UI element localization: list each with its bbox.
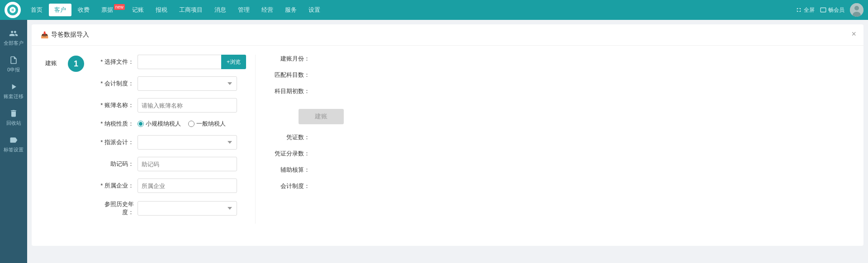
logo[interactable]	[5, 2, 21, 18]
file-input-wrapper: +浏览	[138, 55, 237, 69]
tax-radio-general[interactable]	[188, 121, 194, 127]
match-row: 匹配科目数：	[269, 71, 373, 79]
history-row: 参照历史年度：	[98, 200, 237, 216]
accountant-select[interactable]	[138, 135, 237, 150]
nav-item-operations[interactable]: 经营	[256, 4, 279, 16]
accountant-label: * 指派会计：	[98, 138, 134, 146]
history-select[interactable]	[138, 201, 237, 216]
history-label: 参照历史年度：	[98, 200, 134, 216]
month-label: 建账月份：	[269, 55, 310, 63]
import-icon: 📥	[41, 31, 48, 38]
nav-item-home[interactable]: 首页	[25, 4, 48, 16]
accounting-select[interactable]	[138, 76, 237, 91]
step-label: 建账	[45, 59, 57, 67]
nav-item-settings[interactable]: 设置	[303, 4, 326, 16]
svg-point-1	[854, 6, 859, 10]
period-row: 科目期初数：	[269, 87, 373, 95]
panel: 📥 导爸数据导入 × 建账 1	[32, 24, 863, 246]
sidebar-item-account-migration[interactable]: 账套迁移	[0, 78, 27, 104]
sidebar-label-recycle-bin: 回收站	[6, 120, 21, 127]
member-button[interactable]: 畅会员	[820, 6, 844, 14]
sidebar-label-declaration: 0申报	[7, 66, 20, 73]
nav-item-billing[interactable]: 收费	[72, 4, 95, 16]
sidebar-label-account-migration: 账套迁移	[4, 93, 24, 100]
sidebar-label-label-settings: 标签设置	[4, 146, 24, 153]
nav-right: 全屏 畅会员	[796, 3, 863, 17]
ledger-name-label: * 账簿名称：	[98, 101, 134, 109]
nav-item-messages[interactable]: 消息	[209, 4, 232, 16]
close-button[interactable]: ×	[851, 30, 856, 38]
voucher-entries-label: 凭证分录数：	[269, 150, 310, 158]
ledger-name-input[interactable]	[138, 98, 237, 113]
nav-item-industry[interactable]: 工商项目	[174, 4, 208, 16]
sidebar-item-all-customers[interactable]: 全部客户	[0, 24, 27, 51]
sidebar-label-all-customers: 全部客户	[4, 40, 24, 47]
browse-button[interactable]: +浏览	[221, 55, 246, 69]
ledger-name-row: * 账簿名称：	[98, 98, 237, 113]
aux-label: 辅助核算：	[269, 166, 310, 174]
aux-row: 辅助核算：	[269, 166, 373, 174]
logo-icon	[7, 5, 18, 15]
tax-type-row: * 纳税性质： 小规模纳税人 一般纳税人	[98, 120, 237, 128]
tax-radio-small[interactable]	[138, 121, 144, 127]
memo-label: 助记码：	[98, 160, 134, 168]
user-avatar[interactable]	[850, 3, 863, 17]
file-label: * 选择文件：	[98, 58, 134, 66]
file-row: * 选择文件： +浏览	[98, 55, 237, 69]
main-layout: 全部客户 0申报 账套迁移 回收站 标签设置 📥 导爸数据导入 ×	[0, 20, 868, 263]
accountant-row: * 指派会计：	[98, 135, 237, 150]
company-row: * 所属企业：	[98, 178, 237, 193]
period-label: 科目期初数：	[269, 87, 310, 95]
new-badge: new	[114, 4, 125, 10]
nav-item-customer[interactable]: 客户	[49, 4, 71, 16]
accounting-system-label: 会计制度：	[269, 182, 310, 190]
form-section: * 选择文件： +浏览 * 会计制度：	[98, 55, 237, 224]
create-account-button[interactable]: 建账	[299, 109, 344, 124]
sidebar-item-declaration[interactable]: 0申报	[0, 51, 27, 78]
accounting-system-row: 会计制度：	[269, 182, 373, 190]
sidebar: 全部客户 0申报 账套迁移 回收站 标签设置	[0, 20, 27, 263]
nav-items: 首页 客户 收费 票据 new 记账 报税 工商项目 消息 管理 经营 服务 设…	[25, 4, 796, 16]
fullscreen-button[interactable]: 全屏	[796, 6, 815, 14]
tax-radio-group: 小规模纳税人 一般纳税人	[138, 120, 226, 128]
nav-item-accounting[interactable]: 记账	[127, 4, 149, 16]
company-input[interactable]	[138, 178, 237, 193]
panel-title: 导爸数据导入	[51, 31, 89, 39]
nav-item-tax[interactable]: 报税	[150, 4, 173, 16]
memo-row: 助记码：	[98, 157, 237, 171]
nav-item-invoice[interactable]: 票据 new	[96, 4, 126, 16]
sidebar-item-label-settings[interactable]: 标签设置	[0, 131, 27, 158]
accounting-label: * 会计制度：	[98, 80, 134, 88]
top-navigation: 首页 客户 收费 票据 new 记账 报税 工商项目 消息 管理 经营 服务 设…	[0, 0, 868, 20]
step-section: 建账 1	[45, 55, 84, 72]
match-label: 匹配科目数：	[269, 71, 310, 79]
right-section: 建账月份： 匹配科目数： 科目期初数： 建账	[255, 55, 373, 224]
panel-body: 建账 1 * 选择文件： +浏览	[32, 46, 863, 233]
voucher-row: 凭证数：	[269, 133, 373, 141]
panel-header: 📥 导爸数据导入 ×	[32, 24, 863, 46]
voucher-entries-row: 凭证分录数：	[269, 150, 373, 158]
tax-option1[interactable]: 小规模纳税人	[138, 120, 181, 128]
tax-type-label: * 纳税性质：	[98, 120, 134, 128]
step-circle: 1	[68, 56, 84, 72]
nav-item-admin[interactable]: 管理	[232, 4, 255, 16]
accounting-row: * 会计制度：	[98, 76, 237, 91]
main-content: 📥 导爸数据导入 × 建账 1	[27, 20, 868, 263]
voucher-label: 凭证数：	[269, 133, 310, 141]
memo-input[interactable]	[138, 157, 237, 171]
company-label: * 所属企业：	[98, 182, 134, 190]
month-row: 建账月份：	[269, 55, 373, 63]
sidebar-item-recycle-bin[interactable]: 回收站	[0, 104, 27, 131]
tax-option2[interactable]: 一般纳税人	[188, 120, 226, 128]
nav-item-services[interactable]: 服务	[280, 4, 302, 16]
file-text-input[interactable]	[138, 55, 221, 69]
